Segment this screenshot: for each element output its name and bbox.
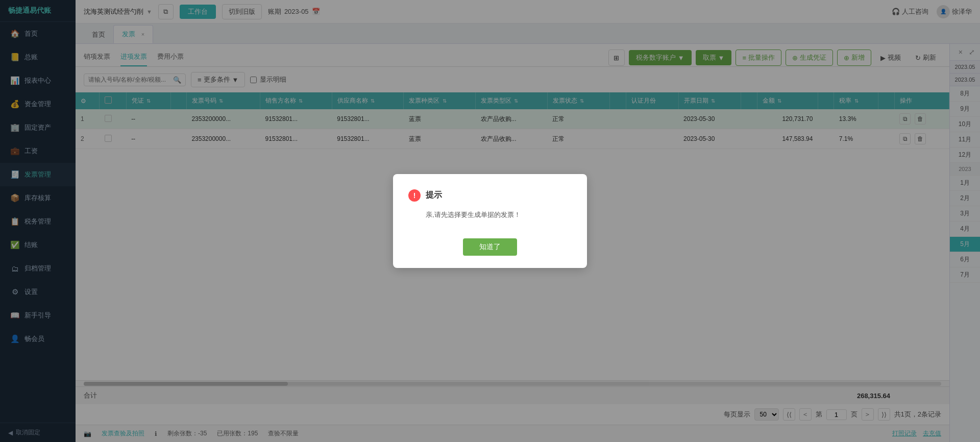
dialog-footer: 知道了: [393, 230, 587, 268]
dialog-message: 亲,请先选择要生成单据的发票！: [426, 210, 572, 220]
dialog-body: ! 提示 亲,请先选择要生成单据的发票！: [393, 174, 587, 231]
alert-dialog: ! 提示 亲,请先选择要生成单据的发票！ 知道了: [393, 174, 587, 268]
dialog-title: 提示: [426, 190, 442, 201]
warning-icon-text: !: [413, 191, 416, 200]
dialog-overlay[interactable]: ! 提示 亲,请先选择要生成单据的发票！ 知道了: [0, 0, 980, 442]
dialog-ok-button[interactable]: 知道了: [463, 238, 517, 256]
dialog-header: ! 提示: [408, 189, 572, 202]
dialog-warning-icon: !: [408, 189, 421, 202]
